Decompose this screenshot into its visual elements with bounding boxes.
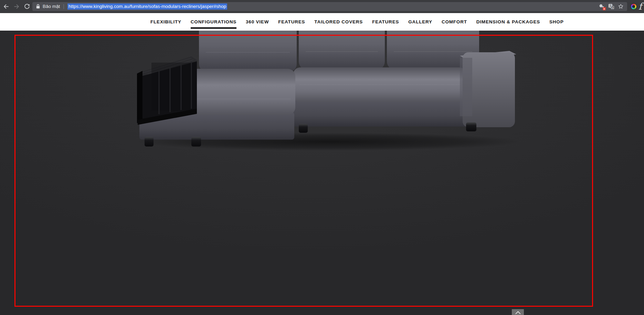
url-text-selected[interactable]: https://www.kingliving.com.au/furniture/… — [67, 3, 227, 10]
svg-text:A: A — [612, 7, 613, 9]
back-button[interactable] — [2, 2, 10, 11]
back-cushions — [199, 31, 479, 72]
scroll-to-top-button[interactable] — [512, 309, 524, 315]
hero-360-viewer[interactable] — [0, 31, 644, 315]
nav-item-shop[interactable]: SHOP — [549, 13, 563, 31]
lock-icon — [36, 4, 40, 9]
right-armrest — [460, 51, 516, 127]
translate-button[interactable]: 文 A — [608, 3, 614, 9]
star-icon — [618, 3, 624, 9]
bookmark-star-button[interactable] — [618, 3, 624, 9]
chevron-up-icon — [515, 311, 521, 315]
key-alert-button[interactable]: x — [599, 4, 604, 9]
font-extension-icon[interactable]: f — [638, 0, 644, 13]
nav-item-features-1[interactable]: FEATURES — [278, 13, 305, 31]
reload-icon — [24, 3, 30, 10]
nav-item-configurations[interactable]: CONFIGURATIONS — [191, 13, 236, 31]
browser-toolbar: Bảo mật | https://www.kingliving.com.au/… — [0, 0, 644, 13]
timber-arm-shelf — [137, 56, 198, 125]
back-arrow-icon — [3, 3, 10, 10]
nav-item-gallery[interactable]: GALLERY — [408, 13, 432, 31]
nav-item-features-2[interactable]: FEATURES — [372, 13, 399, 31]
site-security-chip[interactable]: Bảo mật — [36, 4, 60, 9]
forward-button[interactable] — [12, 2, 21, 11]
translate-icon: 文 A — [608, 3, 614, 9]
nav-item-comfort[interactable]: COMFORT — [442, 13, 467, 31]
nav-item-flexibility[interactable]: FLEXIBILITY — [150, 13, 181, 31]
sofa-hero-image — [0, 31, 644, 161]
url-separator: | — [63, 3, 64, 9]
red-x-badge: x — [603, 7, 606, 10]
colorwheel-extension-icon[interactable] — [631, 4, 636, 9]
nav-item-360-view[interactable]: 360 VIEW — [246, 13, 269, 31]
security-label: Bảo mật — [43, 4, 60, 9]
product-section-nav: FLEXIBILITY CONFIGURATIONS 360 VIEW FEAT… — [0, 13, 644, 31]
nav-item-dimension-packages[interactable]: DIMENSION & PACKAGES — [476, 13, 540, 31]
address-bar[interactable]: Bảo mật | https://www.kingliving.com.au/… — [32, 2, 627, 11]
nav-item-tailored-covers[interactable]: TAILORED COVERS — [314, 13, 363, 31]
forward-arrow-icon — [13, 3, 20, 10]
reload-button[interactable] — [23, 2, 31, 11]
